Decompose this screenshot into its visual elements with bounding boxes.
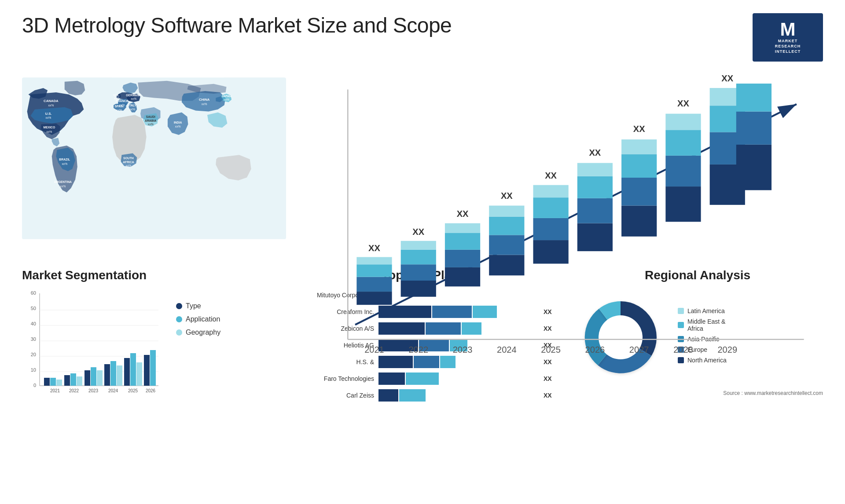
svg-text:2023: 2023 bbox=[88, 388, 99, 393]
svg-text:40: 40 bbox=[31, 321, 36, 326]
svg-rect-43 bbox=[401, 281, 436, 297]
svg-text:20: 20 bbox=[31, 352, 36, 357]
svg-rect-73 bbox=[621, 206, 657, 237]
svg-rect-70 bbox=[577, 163, 613, 176]
svg-rect-67 bbox=[577, 223, 613, 252]
svg-rect-125 bbox=[130, 353, 136, 386]
svg-rect-79 bbox=[665, 186, 701, 222]
svg-text:2027: 2027 bbox=[629, 345, 649, 354]
legend-geo-label: Geography bbox=[186, 329, 220, 336]
svg-rect-91 bbox=[736, 145, 772, 190]
svg-text:xx%: xx% bbox=[131, 97, 136, 100]
svg-rect-37 bbox=[356, 292, 392, 305]
legend-type-label: Type bbox=[186, 302, 201, 310]
seg-chart-svg: 0 10 20 30 40 50 60 2021 bbox=[22, 289, 172, 403]
legend-app-label: Application bbox=[186, 315, 220, 323]
svg-text:2025: 2025 bbox=[541, 345, 561, 354]
svg-rect-49 bbox=[445, 267, 480, 286]
svg-text:2021: 2021 bbox=[50, 388, 60, 393]
svg-text:xx%: xx% bbox=[129, 108, 135, 111]
player-row-zeiss: Carl Zeiss XX bbox=[304, 389, 555, 402]
world-map: CANADA xx% U.S. xx% MEXICO xx% BRAZIL xx… bbox=[22, 75, 286, 242]
legend-geo-dot bbox=[176, 329, 182, 336]
svg-text:XX: XX bbox=[677, 99, 689, 108]
svg-text:BRAZIL: BRAZIL bbox=[59, 158, 70, 161]
svg-text:30: 30 bbox=[31, 336, 36, 342]
svg-text:XX: XX bbox=[412, 227, 424, 237]
svg-text:ARABIA: ARABIA bbox=[145, 119, 156, 122]
legend-geo: Geography bbox=[176, 329, 220, 336]
svg-text:XX: XX bbox=[721, 75, 733, 83]
logo: M MARKETRESEARCHINTELLECT bbox=[753, 13, 823, 62]
svg-rect-81 bbox=[665, 130, 701, 156]
svg-text:JAPAN: JAPAN bbox=[221, 95, 231, 98]
svg-text:U.K.: U.K. bbox=[114, 94, 120, 97]
svg-text:FRANCE: FRANCE bbox=[116, 99, 129, 102]
player-name-zeiss: Carl Zeiss bbox=[304, 392, 374, 399]
svg-text:xx%: xx% bbox=[47, 130, 52, 133]
svg-rect-69 bbox=[577, 176, 613, 198]
svg-rect-124 bbox=[124, 358, 130, 386]
svg-rect-38 bbox=[356, 277, 392, 292]
svg-rect-39 bbox=[356, 264, 392, 277]
svg-text:xx%: xx% bbox=[202, 102, 207, 106]
svg-rect-80 bbox=[665, 156, 701, 186]
svg-rect-117 bbox=[91, 367, 96, 386]
player-bars-zeiss bbox=[378, 389, 539, 402]
svg-rect-92 bbox=[736, 112, 772, 145]
legend-type-dot bbox=[176, 303, 182, 309]
svg-rect-108 bbox=[44, 378, 50, 386]
svg-rect-118 bbox=[97, 370, 103, 386]
svg-text:SOUTH: SOUTH bbox=[123, 157, 134, 160]
svg-text:50: 50 bbox=[31, 306, 36, 311]
bar-seg-dark bbox=[378, 389, 398, 402]
svg-text:xx%: xx% bbox=[116, 109, 122, 112]
svg-text:xx%: xx% bbox=[60, 185, 66, 188]
svg-rect-131 bbox=[144, 355, 150, 386]
svg-text:SAUDI: SAUDI bbox=[146, 115, 155, 118]
svg-rect-120 bbox=[104, 364, 110, 386]
svg-rect-68 bbox=[577, 198, 613, 223]
svg-rect-126 bbox=[136, 362, 142, 386]
source-text: Source : www.marketresearchintellect.com bbox=[572, 390, 823, 396]
svg-text:2021: 2021 bbox=[364, 345, 384, 354]
svg-text:xx%: xx% bbox=[46, 116, 51, 119]
svg-rect-76 bbox=[621, 139, 657, 154]
logo-letter: M bbox=[780, 20, 796, 39]
legend-type: Type bbox=[176, 302, 220, 310]
svg-text:INDIA: INDIA bbox=[174, 121, 182, 124]
svg-rect-62 bbox=[533, 218, 568, 240]
svg-text:XX: XX bbox=[633, 124, 645, 134]
bar-seg-light bbox=[399, 389, 426, 402]
svg-rect-74 bbox=[621, 178, 657, 206]
svg-rect-82 bbox=[665, 114, 701, 130]
logo-text: MARKETRESEARCHINTELLECT bbox=[775, 39, 801, 54]
svg-text:2029: 2029 bbox=[717, 345, 737, 354]
svg-rect-56 bbox=[489, 235, 524, 255]
svg-rect-45 bbox=[401, 250, 436, 264]
svg-text:U.S.: U.S. bbox=[45, 112, 51, 116]
page-title: 3D Metrology Software Market Size and Sc… bbox=[22, 13, 452, 37]
svg-text:2028: 2028 bbox=[673, 345, 693, 354]
svg-rect-55 bbox=[489, 255, 524, 276]
svg-rect-75 bbox=[621, 154, 657, 178]
svg-text:2023: 2023 bbox=[453, 345, 473, 354]
svg-text:xx%: xx% bbox=[148, 123, 154, 126]
svg-rect-63 bbox=[533, 197, 568, 218]
world-map-svg: CANADA xx% U.S. xx% MEXICO xx% BRAZIL xx… bbox=[22, 75, 286, 242]
svg-rect-114 bbox=[77, 376, 82, 386]
svg-text:2024: 2024 bbox=[497, 345, 517, 354]
svg-rect-132 bbox=[150, 350, 156, 386]
svg-text:XX: XX bbox=[368, 243, 380, 253]
svg-rect-116 bbox=[84, 370, 90, 386]
svg-text:2022: 2022 bbox=[69, 388, 79, 393]
svg-rect-40 bbox=[356, 257, 392, 265]
svg-text:xx%: xx% bbox=[48, 104, 54, 107]
seg-legend: Type Application Geography bbox=[176, 302, 220, 336]
svg-text:0: 0 bbox=[33, 383, 36, 388]
content-grid: CANADA xx% U.S. xx% MEXICO xx% BRAZIL xx… bbox=[0, 70, 845, 415]
svg-text:ARGENTINA: ARGENTINA bbox=[54, 180, 72, 183]
svg-text:2026: 2026 bbox=[146, 388, 156, 393]
segmentation-title: Market Segmentation bbox=[22, 268, 286, 282]
svg-rect-109 bbox=[50, 378, 56, 386]
